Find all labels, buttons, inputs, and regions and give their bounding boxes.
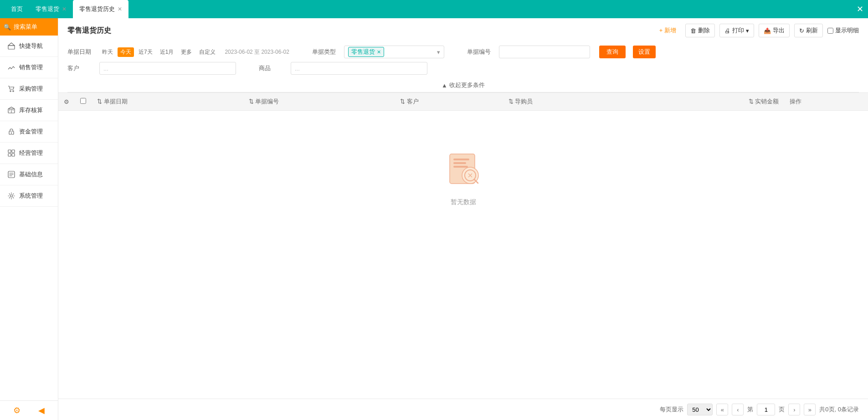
tab-retail-return-history-label: 零售退货历史 xyxy=(79,5,115,13)
refresh-button[interactable]: ↻ 刷新 xyxy=(794,24,823,37)
prev-page-button[interactable]: ‹ xyxy=(732,404,744,415)
doc-type-label: 单据类型 xyxy=(312,48,339,56)
first-page-button[interactable]: « xyxy=(716,404,728,415)
sidebar-item-basic-info-label: 基础信息 xyxy=(19,170,43,179)
collapse-button[interactable]: ▲ 收起更多条件 xyxy=(438,80,488,90)
page-number-input[interactable] xyxy=(757,404,775,415)
goods-select[interactable]: ... xyxy=(291,62,427,75)
filter-row-customer: 客户 ... 商品 ... xyxy=(67,62,859,75)
sidebar: 🔍 搜索菜单 快捷导航 销售管理 采购管理 库存核算 xyxy=(0,18,58,420)
svg-rect-15 xyxy=(453,166,468,168)
date-option-more[interactable]: 更多 xyxy=(178,47,195,57)
collapse-icon: ▲ xyxy=(442,82,447,89)
customer-select[interactable]: ... xyxy=(99,62,236,75)
tab-retail-return-close[interactable]: ✕ xyxy=(62,6,67,12)
col-amount[interactable]: ⇅ 实销金额 xyxy=(633,93,785,111)
doc-type-tag-close[interactable]: ✕ xyxy=(377,49,381,55)
sidebar-search-label: 搜索菜单 xyxy=(14,23,37,31)
delete-button[interactable]: 🗑 删除 xyxy=(685,24,715,37)
date-option-custom[interactable]: 自定义 xyxy=(196,47,218,57)
empty-state: 暂无数据 xyxy=(58,111,868,243)
date-option-yesterday[interactable]: 昨天 xyxy=(99,47,116,57)
svg-point-2 xyxy=(13,91,14,92)
query-button[interactable]: 查询 xyxy=(599,46,626,58)
tab-retail-return-label: 零售退货 xyxy=(36,5,59,13)
tab-home[interactable]: 首页 xyxy=(5,0,29,18)
date-option-1month[interactable]: 近1月 xyxy=(157,47,177,57)
doc-type-dropdown-arrow: ▾ xyxy=(437,49,440,56)
tab-retail-return-history-close[interactable]: ✕ xyxy=(118,6,122,12)
next-page-button[interactable]: › xyxy=(788,404,800,415)
sidebar-item-purchase[interactable]: 采购管理 xyxy=(0,78,58,100)
sidebar-item-sales[interactable]: 销售管理 xyxy=(0,57,58,78)
doc-number-label: 单据编号 xyxy=(467,48,494,56)
table-settings-icon[interactable]: ⚙ xyxy=(64,98,69,105)
sidebar-item-system-label: 系统管理 xyxy=(19,192,43,200)
page-size-select[interactable]: 20 50 100 xyxy=(687,404,713,415)
refresh-icon: ↻ xyxy=(799,27,804,34)
collapse-sidebar-icon[interactable]: ◀ xyxy=(38,405,45,415)
sidebar-item-quick-nav-label: 快捷导航 xyxy=(19,42,43,50)
gear-icon xyxy=(7,192,15,200)
svg-rect-7 xyxy=(12,150,15,153)
goods-placeholder: ... xyxy=(295,65,300,72)
cart-icon xyxy=(7,85,15,93)
customer-placeholder: ... xyxy=(103,65,108,72)
page-header: 零售退货历史 + 新增 🗑 删除 🖨 打印 ▾ 📤 导出 xyxy=(58,18,868,93)
svg-rect-6 xyxy=(8,150,11,153)
doc-number-input[interactable] xyxy=(499,46,590,58)
col-checkbox[interactable] xyxy=(75,93,92,111)
collapse-label: 收起更多条件 xyxy=(449,81,485,89)
col-customer[interactable]: ⇅ 客户 xyxy=(395,93,503,111)
print-icon: 🖨 xyxy=(724,27,730,34)
sidebar-footer: ⚙ ◀ xyxy=(0,400,58,420)
date-filter-label: 单据日期 xyxy=(67,48,95,56)
date-range-display: 2023-06-02 至 2023-06-02 xyxy=(225,48,289,56)
tab-retail-return-history[interactable]: 零售退货历史 ✕ xyxy=(73,0,128,18)
sidebar-item-quick-nav[interactable]: 快捷导航 xyxy=(0,36,58,57)
sidebar-item-inventory[interactable]: 库存核算 xyxy=(0,100,58,121)
settings-button[interactable]: 设置 xyxy=(633,46,656,58)
page-unit: 页 xyxy=(779,405,785,414)
export-icon: 📤 xyxy=(764,27,771,34)
svg-point-11 xyxy=(10,195,13,197)
sidebar-item-finance[interactable]: 资金管理 xyxy=(0,121,58,143)
table-header: ⚙ ⇅ 单据日期 ⇅ 单据编号 xyxy=(58,93,868,111)
window-close-button[interactable]: ✕ xyxy=(857,4,863,14)
doc-type-select[interactable]: 零售退货 ✕ ▾ xyxy=(344,46,444,58)
export-button[interactable]: 📤 导出 xyxy=(759,24,790,37)
settings-footer-icon[interactable]: ⚙ xyxy=(13,405,21,415)
col-settings[interactable]: ⚙ xyxy=(58,93,75,111)
svg-rect-13 xyxy=(453,159,469,160)
sidebar-item-inventory-label: 库存核算 xyxy=(19,106,43,114)
date-option-7days[interactable]: 近7天 xyxy=(136,47,155,57)
add-button[interactable]: + 新增 xyxy=(655,24,681,37)
search-icon: 🔍 xyxy=(4,24,11,31)
show-detail-checkbox[interactable] xyxy=(827,28,833,34)
sidebar-search[interactable]: 🔍 搜索菜单 xyxy=(0,18,58,36)
sidebar-item-operations[interactable]: 经营管理 xyxy=(0,143,58,164)
select-all-checkbox[interactable] xyxy=(80,98,86,104)
page-title: 零售退货历史 xyxy=(67,26,111,36)
lock-icon xyxy=(7,128,15,136)
col-doc-date[interactable]: ⇅ 单据日期 xyxy=(92,93,243,111)
sidebar-item-basic-info[interactable]: 基础信息 xyxy=(0,164,58,185)
date-options: 昨天 今天 近7天 近1月 更多 自定义 xyxy=(99,47,218,57)
tab-retail-return[interactable]: 零售退货 ✕ xyxy=(29,0,73,18)
goods-label: 商品 xyxy=(259,64,286,72)
print-button[interactable]: 🖨 打印 ▾ xyxy=(719,24,754,37)
content-area: 零售退货历史 + 新增 🗑 删除 🖨 打印 ▾ 📤 导出 xyxy=(58,18,868,420)
show-detail-checkbox-label[interactable]: 显示明细 xyxy=(827,26,859,35)
last-page-button[interactable]: » xyxy=(804,404,816,415)
date-option-today[interactable]: 今天 xyxy=(118,47,134,57)
main-layout: 🔍 搜索菜单 快捷导航 销售管理 采购管理 库存核算 xyxy=(0,18,868,420)
top-bar: 首页 零售退货 ✕ 零售退货历史 ✕ ✕ xyxy=(0,0,868,18)
col-guide[interactable]: ⇅ 导购员 xyxy=(503,93,633,111)
sidebar-item-system[interactable]: 系统管理 xyxy=(0,185,58,207)
box-icon xyxy=(7,106,15,114)
doc-type-tag[interactable]: 零售退货 ✕ xyxy=(348,47,384,57)
customer-label: 客户 xyxy=(67,64,95,72)
col-doc-number[interactable]: ⇅ 单据编号 xyxy=(243,93,395,111)
total-text: 共0页, 0条记录 xyxy=(819,405,859,414)
sidebar-item-operations-label: 经营管理 xyxy=(19,149,43,157)
